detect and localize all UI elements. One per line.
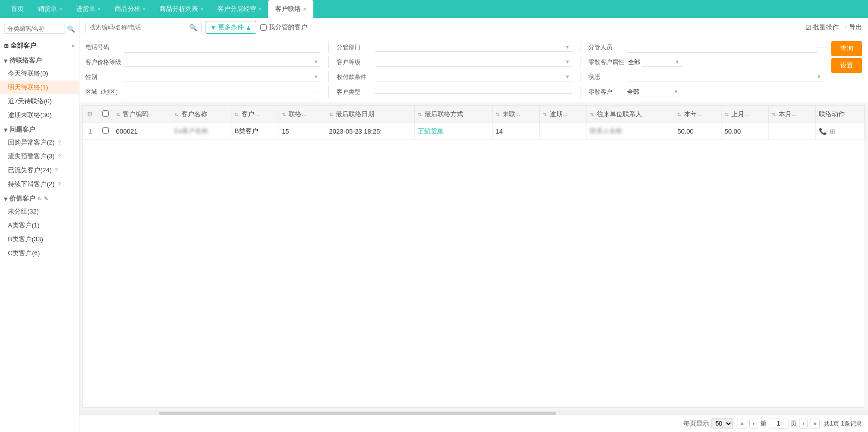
col-last-contact-date: ⇅ 最后联络日期 [326, 106, 415, 123]
my-customers-checkbox[interactable] [260, 24, 267, 31]
gender-select[interactable]: ▼ [124, 72, 320, 81]
customer-value-select[interactable]: ▼ [125, 58, 320, 67]
sort-code-icon[interactable]: ⇅ [116, 112, 120, 117]
manager-input[interactable] [627, 42, 817, 53]
sort-ty-icon[interactable]: ⇅ [677, 112, 681, 117]
row-checkbox[interactable] [102, 127, 109, 134]
sidebar-item-overdue[interactable]: 逾期未联络(30) [0, 108, 79, 122]
sidebar-item-7days[interactable]: 近7天待联络(0) [0, 94, 79, 108]
sort-nc-icon[interactable]: ⇅ [496, 112, 500, 117]
select-all-checkbox[interactable] [102, 110, 109, 117]
row-contact-count: 15 [279, 123, 326, 140]
grid-action-icon[interactable]: ⊞ [830, 128, 835, 135]
cv-chevron-icon: ▼ [313, 59, 318, 65]
retail-customer-label: 零散客户 [588, 88, 623, 96]
divider-3 [328, 56, 329, 68]
customer-grade-select[interactable]: ▼ [375, 58, 572, 67]
nav-item-customer-contact[interactable]: 客户联络 × [268, 0, 313, 18]
sort-lcm-icon[interactable]: ⇅ [418, 112, 422, 117]
page-size-select[interactable]: 50 [711, 418, 733, 429]
nav-close-sales[interactable]: × [59, 6, 62, 12]
sidebar-item-a-class[interactable]: A类客户(1) [0, 218, 79, 232]
nav-close-purchase[interactable]: × [97, 6, 100, 12]
page-input[interactable] [769, 419, 789, 429]
help-icon-2[interactable]: ? [58, 153, 61, 159]
filter-row-2: 客户价格等级 ▼ 客户等级 ▼ [85, 56, 823, 68]
nav-item-home[interactable]: 首页 [4, 0, 31, 18]
first-page-btn[interactable]: « [737, 419, 747, 429]
retail-customer-select[interactable]: ▼ [641, 87, 681, 96]
search-input[interactable] [90, 24, 189, 31]
sidebar-search-input[interactable] [4, 24, 65, 34]
sidebar-item-churned[interactable]: 已流失客户(24) ? [0, 163, 79, 177]
pending-arrow-icon: ▾ [4, 57, 7, 65]
contact-method-link[interactable]: 下销货单 [418, 127, 443, 135]
horizontal-scrollbar[interactable] [79, 411, 868, 415]
sidebar-collapse-icon[interactable]: « [72, 42, 75, 49]
nav-item-sales[interactable]: 销货单 × [31, 0, 69, 18]
value-edit-icon[interactable]: ✎ [44, 196, 48, 202]
query-button[interactable]: 查询 [831, 41, 862, 56]
page-size-area: 每页显示 50 [683, 418, 733, 429]
help-icon-1[interactable]: ? [58, 140, 61, 145]
row-last-month: 50.00 [722, 123, 769, 140]
next-page-btn[interactable]: › [799, 419, 808, 429]
sidebar-item-b-class[interactable]: B类客户(33) [0, 232, 79, 246]
sort-name-icon[interactable]: ⇅ [174, 112, 178, 117]
phone-action-icon[interactable]: 📞 [819, 128, 827, 135]
payment-select[interactable]: ▼ [375, 72, 572, 81]
scrollbar-thumb[interactable] [159, 412, 556, 415]
sort-cc-icon[interactable]: ⇅ [282, 112, 286, 117]
help-icon-3[interactable]: ? [55, 167, 58, 173]
sort-type-icon[interactable]: ⇅ [234, 112, 238, 117]
phone-input[interactable] [124, 42, 320, 53]
sidebar-search-icon[interactable]: 🔍 [67, 25, 75, 33]
divider-2 [580, 41, 580, 53]
sort-cp-icon[interactable]: ⇅ [590, 112, 594, 117]
sidebar-item-ungrouped[interactable]: 未分组(32) [0, 205, 79, 218]
sidebar-all-customers[interactable]: ⊞ 全部客户 « [0, 38, 79, 53]
dept-select[interactable]: ▼ [375, 43, 572, 52]
nav-close-customer-tier[interactable]: × [258, 6, 261, 12]
nav-item-product-list[interactable]: 商品分析列表 × [152, 0, 210, 18]
region-input[interactable] [125, 87, 314, 97]
table-gear-icon[interactable]: ⚙ [87, 110, 93, 118]
my-customers-toggle[interactable]: 我分管的客户 [260, 23, 307, 32]
nav-item-product-analysis[interactable]: 商品分析 × [108, 0, 152, 18]
sidebar-grid-icon: ⊞ [4, 43, 8, 49]
sort-od-icon[interactable]: ⇅ [543, 112, 547, 117]
sidebar-item-repurchase-abnormal[interactable]: 回购异常客户(2) ? [0, 136, 79, 149]
toolbar: 🔍 ▼ 更多条件 ▲ 我分管的客户 ☑ 批量操作 ↑ 导出 [79, 18, 868, 37]
filter-more-btn[interactable]: ▼ 更多条件 ▲ [206, 21, 256, 34]
sidebar-item-declining[interactable]: 持续下滑客户(2) ? [0, 177, 79, 191]
nav-close-product-analysis[interactable]: × [143, 6, 145, 12]
divider-7 [328, 86, 329, 98]
search-icon[interactable]: 🔍 [189, 24, 197, 31]
retail-attr-select[interactable]: ▼ [642, 58, 682, 67]
settings-button[interactable]: 设置 [831, 58, 862, 73]
sidebar-item-today[interactable]: 今天待联络(0) [0, 67, 79, 80]
sidebar-item-tomorrow[interactable]: 明天待联络(1) [0, 80, 79, 94]
manager-more-btn[interactable]: ··· [817, 44, 823, 50]
sidebar-item-c-class[interactable]: C类客户(6) [0, 246, 79, 260]
status-select[interactable]: ▼ [627, 72, 823, 81]
last-page-btn[interactable]: » [810, 419, 820, 429]
table-header-row: ⚙ ⇅ 客户编码 ⇅ 客户名称 [83, 106, 865, 123]
batch-op-btn[interactable]: ☑ 批量操作 [805, 23, 839, 32]
sort-lm-icon[interactable]: ⇅ [724, 112, 728, 117]
sort-lcd-icon[interactable]: ⇅ [329, 112, 333, 117]
export-btn[interactable]: ↑ 导出 [845, 23, 863, 32]
value-refresh-icon[interactable]: ↻ [37, 196, 42, 202]
region-more-btn[interactable]: ··· [314, 89, 320, 95]
table-body: 1 000021 Ea客户名称 B类客户 15 2023-05-23 18:25… [83, 123, 865, 140]
sort-tm-icon[interactable]: ⇅ [772, 112, 776, 117]
help-icon-4[interactable]: ? [58, 181, 61, 187]
nav-item-purchase[interactable]: 进货单 × [69, 0, 107, 18]
nav-close-customer-contact[interactable]: × [303, 6, 306, 12]
col-this-month: ⇅ 本月... [769, 106, 816, 123]
customer-type-select[interactable] [375, 90, 572, 94]
nav-close-product-list[interactable]: × [200, 6, 203, 12]
prev-page-btn[interactable]: ‹ [749, 419, 758, 429]
nav-item-customer-tier[interactable]: 客户分层经营 × [211, 0, 268, 18]
sidebar-item-churn-warning[interactable]: 流失预警客户(3) ? [0, 149, 79, 163]
